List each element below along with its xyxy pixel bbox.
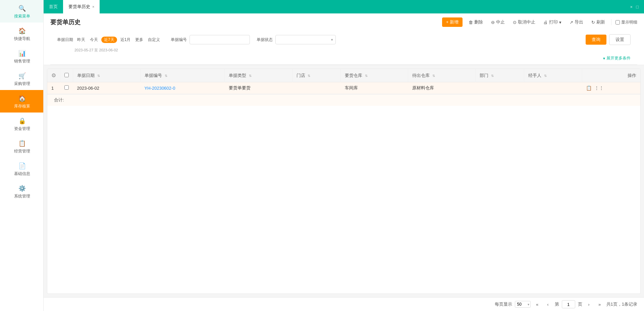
base-info-icon: 📄 — [18, 162, 26, 170]
query-button[interactable]: 查询 — [586, 35, 606, 45]
per-page-select-wrapper: 20 50 100 200 — [515, 301, 531, 308]
col-handler: 经手人 ⇅ — [524, 69, 582, 82]
sidebar-item-label: 销售管理 — [14, 58, 30, 64]
sidebar-item-system[interactable]: ⚙️ 系统管理 — [0, 180, 43, 203]
sidebar-item-operations[interactable]: 📋 经营管理 — [0, 135, 43, 158]
display-detail-checkbox[interactable] — [615, 20, 620, 25]
print-button[interactable]: 🖨 打印 ▾ — [541, 18, 564, 27]
tab-home[interactable]: 首页 — [44, 0, 63, 13]
sidebar: 🔍 搜索菜单 🏠 快捷导航 📊 销售管理 🛒 采购管理 🏠 库存核算 🔒 资金管… — [0, 0, 44, 311]
row-handler — [524, 82, 582, 94]
sidebar-item-base-info[interactable]: 📄 基础信息 — [0, 158, 43, 180]
col-handler-sort-icon[interactable]: ⇅ — [544, 74, 547, 78]
sidebar-item-sales[interactable]: 📊 销售管理 — [0, 45, 43, 68]
col-department-sort-icon[interactable]: ⇅ — [491, 74, 494, 78]
stop-button-label: 中止 — [496, 19, 505, 25]
window-close-button[interactable]: × — [630, 4, 633, 9]
last-page-button[interactable]: » — [596, 300, 604, 308]
column-settings-icon[interactable]: ⚙ — [51, 73, 56, 78]
pagination-bar: 每页显示 20 50 100 200 « ‹ 第 页 › » 共1页，1条记录 — [44, 297, 644, 311]
sidebar-item-label: 经营管理 — [14, 148, 30, 154]
col-pending-warehouse-sort-icon[interactable]: ⇅ — [432, 74, 435, 78]
row-more-icon[interactable]: ⋮⋮ — [594, 85, 604, 91]
col-store-sort-icon[interactable]: ⇅ — [308, 74, 310, 78]
sidebar-item-inventory[interactable]: 🏠 库存核算 — [0, 90, 43, 113]
table-row: 1 2023-06-02 YH-20230602-0 要货单要货 车间库 原材料… — [47, 82, 640, 94]
sidebar-item-purchase[interactable]: 🛒 采购管理 — [0, 68, 43, 90]
expand-row: ▾ 展开更多条件 — [57, 55, 631, 61]
settings-button[interactable]: 设置 — [609, 34, 631, 45]
page-header: 要货单历史 + 新增 🗑 删除 ⊖ 中止 ⊙ 取消中止 — [44, 13, 644, 65]
refresh-button[interactable]: ↻ 刷新 — [589, 18, 607, 27]
content-area: 要货单历史 + 新增 🗑 删除 ⊖ 中止 ⊙ 取消中止 — [44, 13, 644, 311]
col-actions-label: 操作 — [628, 73, 636, 78]
tab-home-label: 首页 — [49, 4, 58, 10]
page-title: 要货单历史 — [50, 18, 80, 26]
page-number-input[interactable] — [562, 300, 575, 308]
display-detail-toggle[interactable]: 显示明细 — [615, 19, 637, 25]
status-label: 单据状态 — [257, 37, 273, 43]
row-actions-cell: 📋 ⋮⋮ — [582, 82, 640, 94]
row-order-no: YH-20230602-0 — [141, 82, 225, 94]
new-button-label: + 新增 — [446, 19, 459, 25]
tab-requisition-history[interactable]: 要货单历史 × — [63, 0, 100, 13]
filter-action-group: 查询 设置 — [586, 34, 631, 45]
first-page-button[interactable]: « — [533, 300, 541, 308]
per-page-select[interactable]: 20 50 100 200 — [515, 301, 531, 308]
window-maximize-button[interactable]: □ — [636, 4, 639, 9]
col-department: 部门 ⇅ — [476, 69, 524, 82]
system-icon: ⚙️ — [18, 185, 26, 192]
col-order-no-label: 单据编号 — [145, 73, 162, 78]
col-order-type-sort-icon[interactable]: ⇅ — [249, 74, 252, 78]
stop-button[interactable]: ⊖ 中止 — [489, 18, 507, 27]
main-container: 首页 要货单历史 × × □ 要货单历史 + 新增 🗑 删除 — [44, 0, 644, 311]
export-button[interactable]: ↗ 导出 — [568, 18, 585, 27]
status-select[interactable] — [275, 35, 336, 44]
date-today[interactable]: 今天 — [89, 37, 99, 43]
tab-close-icon[interactable]: × — [92, 5, 94, 9]
date-last-month[interactable]: 近1月 — [119, 37, 132, 43]
date-yesterday[interactable]: 昨天 — [76, 37, 87, 43]
date-last7days[interactable]: 近7天 — [101, 37, 117, 43]
purchase-icon: 🛒 — [18, 72, 26, 80]
search-menu-icon: 🔍 — [18, 5, 26, 12]
row-edit-icon[interactable]: 📋 — [586, 85, 592, 91]
sidebar-item-search-menu[interactable]: 🔍 搜索菜单 — [0, 0, 43, 23]
inventory-icon: 🏠 — [18, 95, 26, 102]
row-checkbox[interactable] — [64, 85, 69, 90]
cancel-stop-button[interactable]: ⊙ 取消中止 — [511, 18, 537, 27]
col-department-label: 部门 — [480, 73, 488, 78]
row-department — [476, 82, 524, 94]
sales-icon: 📊 — [18, 50, 26, 57]
prev-page-button[interactable]: ‹ — [544, 300, 552, 308]
select-all-checkbox[interactable] — [64, 73, 69, 77]
page-title-row: 要货单历史 + 新增 🗑 删除 ⊖ 中止 ⊙ 取消中止 — [50, 17, 637, 27]
data-table: ⚙ 单据日期 ⇅ 单据编号 ⇅ — [47, 69, 640, 94]
col-order-no-sort-icon[interactable]: ⇅ — [165, 74, 167, 78]
table-container: ⚙ 单据日期 ⇅ 单据编号 ⇅ — [47, 69, 641, 294]
col-date-sort-icon[interactable]: ⇅ — [97, 74, 100, 78]
export-icon: ↗ — [570, 20, 573, 25]
order-number-input[interactable] — [190, 35, 250, 44]
filter-row-main: 单据日期 昨天 今天 近7天 近1月 更多 自定义 单据编号 — [57, 34, 631, 45]
order-number-label: 单据编号 — [171, 37, 187, 43]
new-button[interactable]: + 新增 — [442, 17, 463, 27]
row-order-no-link[interactable]: YH-20230602-0 — [145, 86, 175, 91]
date-range-display: 2023-05-27 至 2023-06-02 — [74, 48, 118, 53]
date-more[interactable]: 更多 — [134, 37, 145, 43]
sidebar-item-quick-nav[interactable]: 🏠 快捷导航 — [0, 23, 43, 45]
date-custom[interactable]: 自定义 — [147, 37, 161, 43]
col-pending-warehouse: 待出仓库 ⇅ — [408, 69, 476, 82]
delete-button[interactable]: 🗑 删除 — [467, 18, 485, 27]
toolbar-separator — [611, 19, 611, 25]
sidebar-item-label: 系统管理 — [14, 193, 30, 199]
sidebar-item-label: 资金管理 — [14, 126, 30, 132]
col-req-warehouse-sort-icon[interactable]: ⇅ — [365, 74, 368, 78]
next-page-button[interactable]: › — [585, 300, 593, 308]
row-store — [292, 82, 341, 94]
expand-more-button[interactable]: ▾ 展开更多条件 — [603, 55, 631, 61]
sidebar-item-finance[interactable]: 🔒 资金管理 — [0, 113, 43, 135]
finance-icon: 🔒 — [18, 117, 26, 125]
row-num: 1 — [47, 82, 60, 94]
delete-icon: 🗑 — [469, 20, 473, 25]
